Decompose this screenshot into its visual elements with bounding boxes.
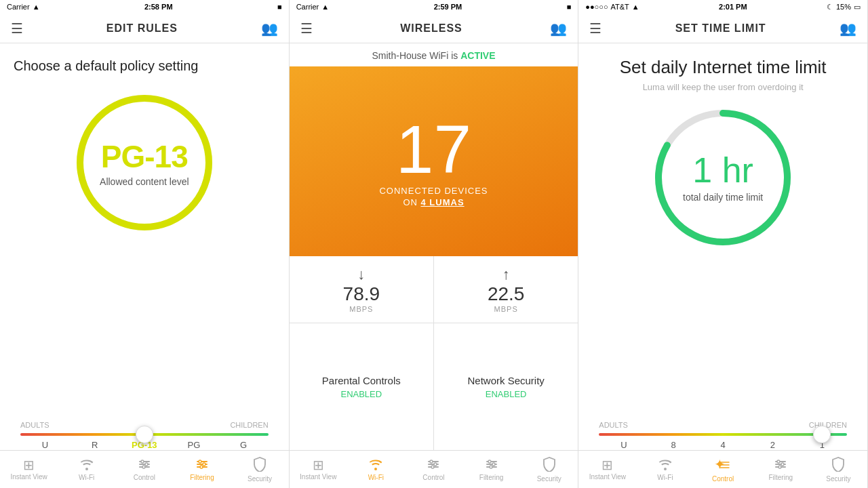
wifi-tab-icon-3 bbox=[658, 458, 673, 472]
security-icon-2 bbox=[542, 457, 556, 474]
tab-bar-3: ⊞ Instant View Wi-Fi ✦ Control bbox=[578, 450, 867, 488]
panel-edit-rules: Carrier ▲ 2:58 PM ■ ☰ EDIT RULES 👥 Choos… bbox=[0, 0, 290, 488]
tab-label-wifi-3: Wi-Fi bbox=[657, 474, 673, 481]
tab-control-2[interactable]: Control bbox=[405, 451, 462, 488]
svg-point-18 bbox=[781, 463, 784, 466]
lumas-count[interactable]: 4 LUMAS bbox=[421, 197, 465, 207]
tick-r: R bbox=[70, 440, 119, 450]
svg-point-11 bbox=[488, 460, 491, 463]
filtering-icon-3 bbox=[773, 458, 788, 472]
rating-slider-section: ADULTS CHILDREN U R PG-13 PG G bbox=[14, 414, 275, 450]
instant-view-icon-3: ⊞ bbox=[601, 458, 613, 472]
tab-label-security-1: Security bbox=[248, 475, 272, 483]
carrier-1: Carrier bbox=[7, 3, 30, 11]
panel3-content: Set daily Internet time limit Luma will … bbox=[578, 43, 867, 450]
wifi-tab-icon-2 bbox=[368, 458, 383, 472]
tab-wifi-1[interactable]: Wi-Fi bbox=[58, 451, 115, 488]
time-label: total daily time limit bbox=[683, 192, 763, 203]
signal-dots-3: ●●○○○ bbox=[585, 3, 608, 11]
svg-point-12 bbox=[492, 463, 495, 466]
panel2-content: Smith-House WiFi is ACTIVE 17 CONNECTED … bbox=[290, 43, 578, 450]
tab-instant-view-1[interactable]: ⊞ Instant View bbox=[0, 451, 58, 488]
svg-point-4 bbox=[142, 466, 145, 468]
tab-label-control-3: Control bbox=[712, 475, 734, 483]
tab-label-filtering-1: Filtering bbox=[190, 474, 214, 481]
tab-wifi-3[interactable]: Wi-Fi bbox=[636, 451, 694, 488]
nav-bar-2: ☰ WIRELESS 👥 bbox=[290, 14, 578, 43]
status-bar-3: ●●○○○ AT&T ▲ 2:01 PM ☾ 15% ▭ bbox=[578, 0, 867, 14]
svg-point-5 bbox=[199, 460, 201, 463]
status-bar-2: Carrier ▲ 2:59 PM ■ bbox=[290, 0, 578, 14]
panel-wireless: Carrier ▲ 2:59 PM ■ ☰ WIRELESS 👥 Smith-H… bbox=[290, 0, 579, 488]
panel1-content: Choose a default policy setting PG-13 Al… bbox=[0, 43, 289, 450]
menu-icon-1[interactable]: ☰ bbox=[11, 20, 23, 37]
mbps-row: ↓ 78.9 MBPS ↑ 22.5 MBPS bbox=[290, 256, 578, 323]
tab-label-filtering-2: Filtering bbox=[479, 474, 504, 481]
tab-filtering-1[interactable]: Filtering bbox=[173, 451, 231, 488]
control-icon-1 bbox=[137, 458, 152, 472]
tab-security-1[interactable]: Security bbox=[231, 451, 289, 488]
tab-filtering-3[interactable]: Filtering bbox=[752, 451, 810, 488]
nav-bar-1: ☰ EDIT RULES 👥 bbox=[0, 14, 289, 43]
slider-ticks-3: U 8 4 2 1 bbox=[599, 440, 847, 450]
wifi-active-label: ACTIVE bbox=[460, 50, 495, 61]
tab-wifi-2[interactable]: Wi-Fi bbox=[347, 451, 405, 488]
slider-track-3[interactable] bbox=[599, 433, 847, 436]
instant-view-icon-2: ⊞ bbox=[313, 458, 324, 472]
parental-controls-cell[interactable]: Parental Controls ENABLED bbox=[290, 323, 434, 450]
users-icon-1[interactable]: 👥 bbox=[261, 20, 278, 37]
svg-point-19 bbox=[778, 466, 781, 468]
tab-instant-view-2[interactable]: ⊞ Instant View bbox=[290, 451, 347, 488]
features-row: Parental Controls ENABLED Network Securi… bbox=[290, 323, 578, 450]
filtering-icon-1 bbox=[195, 458, 210, 472]
tab-filtering-2[interactable]: Filtering bbox=[462, 451, 520, 488]
upload-unit: MBPS bbox=[494, 305, 518, 313]
nav-title-2: WIRELESS bbox=[400, 22, 462, 35]
users-icon-2[interactable]: 👥 bbox=[550, 20, 567, 37]
slider-thumb-1[interactable] bbox=[136, 426, 153, 443]
tab-control-1[interactable]: Control bbox=[115, 451, 173, 488]
network-security-cell[interactable]: Network Security ENABLED bbox=[434, 323, 578, 450]
svg-point-9 bbox=[434, 463, 437, 466]
parental-controls-status: ENABLED bbox=[340, 389, 382, 399]
slider-thumb-3[interactable] bbox=[813, 426, 831, 443]
time-value: 1 hr bbox=[692, 152, 753, 188]
tab-instant-view-3[interactable]: ⊞ Instant View bbox=[578, 451, 636, 488]
time-2: 2:59 PM bbox=[434, 3, 462, 11]
network-security-status: ENABLED bbox=[486, 389, 527, 399]
crescent-3: ☾ bbox=[827, 3, 833, 12]
tab-security-2[interactable]: Security bbox=[520, 451, 578, 488]
instant-view-icon-1: ⊞ bbox=[23, 458, 35, 472]
tab-control-3[interactable]: ✦ Control bbox=[694, 451, 752, 488]
download-cell: ↓ 78.9 MBPS bbox=[290, 256, 434, 323]
time-1: 2:58 PM bbox=[144, 3, 173, 11]
tab-label-instant-view-2: Instant View bbox=[300, 473, 336, 481]
slider-label-children-1: CHILDREN bbox=[230, 421, 268, 429]
rating-circle: PG-13 Allowed content level bbox=[70, 88, 219, 237]
security-icon-1 bbox=[253, 457, 267, 474]
svg-point-8 bbox=[430, 460, 433, 463]
wifi-tab-icon-1 bbox=[79, 458, 94, 472]
tab-label-control-2: Control bbox=[422, 474, 444, 481]
time-3: 2:01 PM bbox=[719, 3, 747, 11]
menu-icon-2[interactable]: ☰ bbox=[300, 20, 313, 37]
tab-bar-1: ⊞ Instant View Wi-Fi Control Filtering bbox=[0, 450, 289, 488]
carrier-3: AT&T bbox=[611, 3, 629, 11]
svg-point-7 bbox=[200, 466, 203, 468]
security-icon-3 bbox=[831, 457, 845, 474]
slider-track-1[interactable] bbox=[20, 433, 269, 436]
tab-security-3[interactable]: Security bbox=[810, 451, 867, 488]
svg-point-10 bbox=[431, 466, 434, 468]
users-icon-3[interactable]: 👥 bbox=[840, 20, 856, 37]
tick-pg: PG bbox=[169, 440, 218, 450]
tab-label-filtering-3: Filtering bbox=[768, 474, 793, 481]
time-circle: 1 hr total daily time limit bbox=[648, 103, 797, 252]
nav-bar-3: ☰ SET TIME LIMIT 👥 bbox=[578, 14, 867, 43]
menu-icon-3[interactable]: ☰ bbox=[589, 20, 601, 37]
svg-point-13 bbox=[490, 466, 492, 468]
tab-label-control-1: Control bbox=[134, 474, 155, 481]
upload-value: 22.5 bbox=[488, 283, 525, 305]
tab-label-instant-view-1: Instant View bbox=[10, 473, 47, 481]
svg-point-6 bbox=[203, 463, 205, 466]
battery-2: ■ bbox=[567, 3, 572, 11]
